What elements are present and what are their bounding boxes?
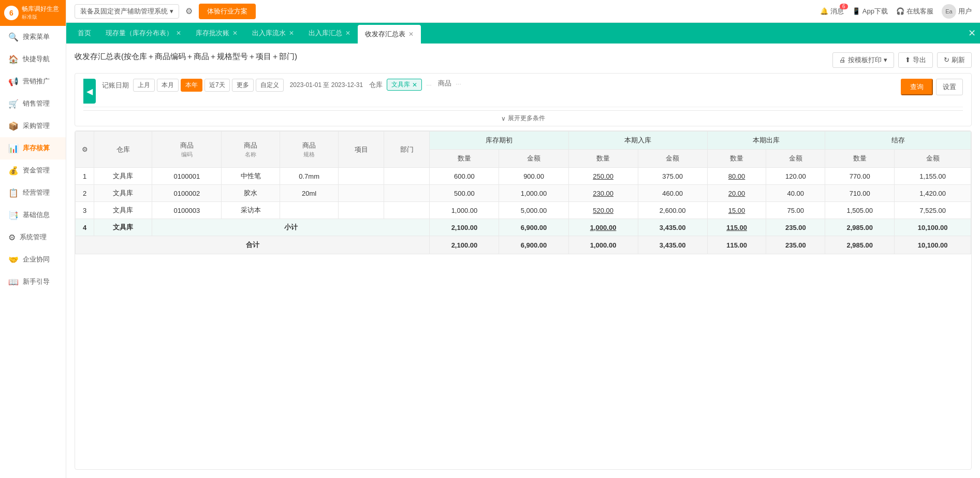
tab-close-icon[interactable]: ✕ xyxy=(176,30,181,37)
sidebar-item-sales[interactable]: 🛒销售管理 xyxy=(0,93,66,115)
tab-label: 收发存汇总表 xyxy=(365,30,405,39)
col-opening-qty: 数量 xyxy=(430,150,499,168)
warehouse-tag-close-icon[interactable]: ✕ xyxy=(412,81,417,89)
date-filter-label: 记账日期 xyxy=(102,81,129,90)
product-filter-ellipsis[interactable]: ··· xyxy=(456,80,461,88)
table-settings-col[interactable]: ⚙ xyxy=(76,132,94,168)
user-button[interactable]: Ea 用户 xyxy=(942,4,972,19)
export-button[interactable]: ⬆ 导出 xyxy=(898,52,933,68)
filter-settings-button[interactable]: 设置 xyxy=(936,79,963,95)
system-selector[interactable]: 装备及固定资产辅助管理系统 ▾ xyxy=(75,4,179,19)
app-download-button[interactable]: 📱 App下载 xyxy=(852,7,888,16)
tab-receive-send-summary[interactable]: 收发存汇总表✕ xyxy=(358,25,421,44)
tab-inout-summary[interactable]: 出入库汇总✕ xyxy=(301,23,358,44)
date-option-上月[interactable]: 上月 xyxy=(133,79,155,92)
printer-icon: 🖨 xyxy=(839,56,846,64)
sidebar-item-label: 销售管理 xyxy=(23,99,50,108)
print-button[interactable]: 🖨 按模板打印 ▾ xyxy=(832,52,894,68)
subtotal-in-qty[interactable]: 1,000.00 xyxy=(568,219,638,236)
sidebar-item-basic[interactable]: 📑基础信息 xyxy=(0,204,66,226)
sidebar-item-label: 库存核算 xyxy=(23,143,50,153)
sidebar-item-label: 新手引导 xyxy=(23,277,50,286)
messages-button[interactable]: 🔔 消息 6 xyxy=(820,7,844,16)
row-in-qty[interactable]: 250.00 xyxy=(568,168,638,185)
footer-label: 合计 xyxy=(76,236,430,254)
sidebar-item-quick-nav[interactable]: 🏠快捷导航 xyxy=(0,48,66,70)
row-opening-amount: 1,000.00 xyxy=(499,185,568,202)
date-option-本年[interactable]: 本年 xyxy=(181,79,202,92)
col-department: 部门 xyxy=(384,132,430,168)
basic-icon: 📑 xyxy=(8,210,19,220)
date-option-近7天[interactable]: 近7天 xyxy=(204,79,230,92)
footer-out-amount: 235.00 xyxy=(766,236,825,254)
tab-close-icon[interactable]: ✕ xyxy=(408,31,414,38)
warehouse-filter-ellipsis[interactable]: ··· xyxy=(426,81,432,89)
date-option-更多[interactable]: 更多 xyxy=(232,79,254,92)
row-in-qty[interactable]: 520.00 xyxy=(568,202,638,219)
expand-filter-button[interactable]: ∨ 展开更多条件 xyxy=(83,110,963,126)
main-content: 收发存汇总表(按仓库＋商品编码＋商品＋规格型号＋项目＋部门) 🖨 按模板打印 ▾… xyxy=(66,44,980,478)
row-out-amount: 40.00 xyxy=(766,185,825,202)
search-icon: 🔍 xyxy=(8,32,19,42)
sidebar-item-marketing[interactable]: 📢营销推广 xyxy=(0,70,66,93)
col-group-in: 本期入库 xyxy=(568,132,707,150)
footer-in-amount: 3,435.00 xyxy=(638,236,707,254)
subtotal-out-qty[interactable]: 115.00 xyxy=(707,219,766,236)
subtotal-balance-amount: 10,100.00 xyxy=(895,219,971,236)
col-in-amount: 金额 xyxy=(638,150,707,168)
sidebar-item-finance[interactable]: 💰资金管理 xyxy=(0,160,66,182)
tab-label: 出入库流水 xyxy=(252,28,286,38)
footer-opening-amount: 6,900.00 xyxy=(499,236,568,254)
row-out-qty[interactable]: 15.00 xyxy=(707,202,766,219)
row-department xyxy=(384,168,430,185)
row-out-qty[interactable]: 80.00 xyxy=(707,168,766,185)
tab-inventory-dist[interactable]: 现存量（库存分布表）✕ xyxy=(98,23,188,44)
online-support-button[interactable]: 🎧 在线客服 xyxy=(896,7,933,16)
topbar: 装备及固定资产辅助管理系统 ▾ ⚙ 体验行业方案 🔔 消息 6 📱 App下载 … xyxy=(66,0,980,23)
refresh-button[interactable]: ↻ 刷新 xyxy=(937,52,972,68)
query-button[interactable]: 查询 xyxy=(901,79,933,95)
tab-close-icon[interactable]: ✕ xyxy=(345,30,350,37)
sidebar-item-inventory[interactable]: 📊库存核算 xyxy=(0,137,66,160)
col-group-balance: 结存 xyxy=(825,132,971,150)
system-icon: ⚙ xyxy=(8,233,16,242)
sidebar-item-guide[interactable]: 📖新手引导 xyxy=(0,271,66,293)
row-product-name: 采访本 xyxy=(222,202,280,219)
sidebar-item-purchase[interactable]: 📦采购管理 xyxy=(0,115,66,137)
tab-batch-voucher[interactable]: 库存批次账✕ xyxy=(188,23,245,44)
date-option-本月[interactable]: 本月 xyxy=(157,79,179,92)
tab-inout-flow[interactable]: 出入库流水✕ xyxy=(245,23,301,44)
footer-balance-amount: 10,100.00 xyxy=(895,236,971,254)
tab-close-icon[interactable]: ✕ xyxy=(289,30,294,37)
row-product-code: 0100001 xyxy=(152,168,222,185)
trial-button[interactable]: 体验行业方案 xyxy=(199,4,256,19)
tab-label: 现存量（库存分布表） xyxy=(106,28,173,38)
footer-out-qty: 115.00 xyxy=(707,236,766,254)
col-out-amount: 金额 xyxy=(766,150,825,168)
sidebar-item-operations[interactable]: 📋经营管理 xyxy=(0,182,66,204)
settings-icon[interactable]: ⚙ xyxy=(185,6,193,16)
col-group-out: 本期出库 xyxy=(707,132,825,150)
sidebar-item-search[interactable]: 🔍搜索菜单 xyxy=(0,26,66,48)
row-in-qty[interactable]: 230.00 xyxy=(568,185,638,202)
guide-icon: 📖 xyxy=(8,277,19,287)
sidebar-logo: 6 畅库调好生意 标准版 xyxy=(0,0,66,26)
filter-toggle-arrow[interactable]: ◀ xyxy=(83,79,96,104)
sidebar-item-label: 营销推广 xyxy=(23,77,50,86)
row-index: 1 xyxy=(76,168,94,185)
sidebar-item-system[interactable]: ⚙系统管理 xyxy=(0,226,66,249)
col-balance-qty: 数量 xyxy=(825,150,895,168)
row-department xyxy=(384,185,430,202)
sidebar: 6 畅库调好生意 标准版 🔍搜索菜单🏠快捷导航📢营销推广🛒销售管理📦采购管理📊库… xyxy=(0,0,66,478)
footer-balance-qty: 2,985.00 xyxy=(825,236,895,254)
row-out-amount: 75.00 xyxy=(766,202,825,219)
tab-close-icon[interactable]: ✕ xyxy=(232,30,238,37)
date-option-自定义[interactable]: 自定义 xyxy=(256,79,284,92)
chevron-down-icon: ▾ xyxy=(170,7,173,15)
close-all-tabs-icon[interactable]: ✕ xyxy=(968,27,976,39)
col-balance-amount: 金额 xyxy=(895,150,971,168)
tab-home[interactable]: 首页 xyxy=(70,23,98,44)
sidebar-item-cooperation[interactable]: 🤝企业协同 xyxy=(0,249,66,271)
row-opening-qty: 1,000.00 xyxy=(430,202,499,219)
row-out-qty[interactable]: 20.00 xyxy=(707,185,766,202)
